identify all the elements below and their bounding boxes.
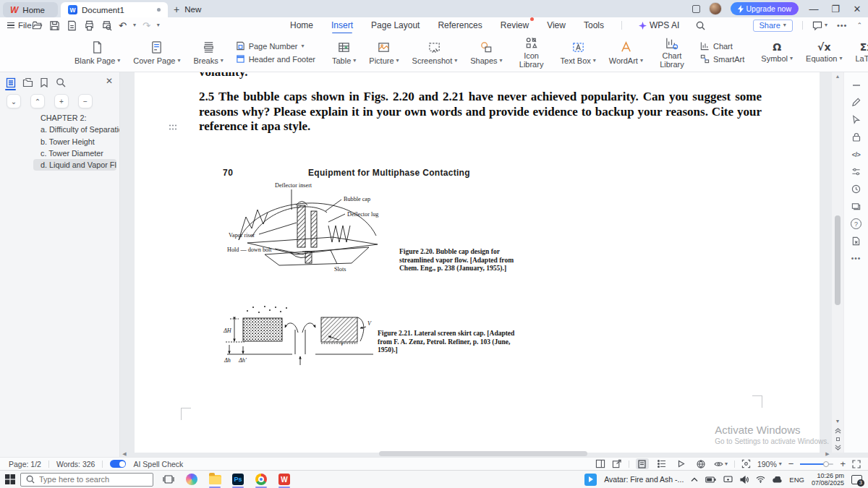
page-number-button[interactable]: Page Number▾ bbox=[236, 41, 315, 51]
select-cursor-icon[interactable] bbox=[851, 114, 861, 125]
search-pane-icon[interactable] bbox=[56, 77, 66, 87]
spell-check-toggle[interactable] bbox=[110, 460, 126, 468]
zoom-slider[interactable] bbox=[800, 463, 833, 465]
more-options-icon[interactable]: ••• bbox=[837, 21, 848, 30]
vscroll-thumb[interactable] bbox=[835, 215, 841, 305]
word-count[interactable]: Words: 326 bbox=[56, 460, 95, 468]
symbol-button[interactable]: Ω Symbol▾ bbox=[754, 35, 799, 70]
previous-page-icon[interactable] bbox=[835, 427, 841, 434]
settings-sliders-icon[interactable] bbox=[851, 166, 861, 177]
wifi-icon[interactable] bbox=[756, 476, 765, 483]
home-tab[interactable]: W Home bbox=[3, 2, 58, 17]
tab-home[interactable]: Home bbox=[289, 19, 314, 32]
history-clock-icon[interactable] bbox=[851, 184, 861, 194]
wordart-button[interactable]: WordArt▾ bbox=[603, 35, 650, 70]
wps-office-button[interactable]: W bbox=[278, 471, 291, 488]
open-app-title[interactable]: Avatar: Fire and Ash -... bbox=[604, 475, 684, 484]
task-pane-icon[interactable] bbox=[595, 459, 605, 468]
scroll-left-icon[interactable]: ◀ bbox=[120, 451, 129, 457]
select-browse-object-icon[interactable] bbox=[836, 437, 840, 441]
rail-more-icon[interactable]: ••• bbox=[851, 253, 861, 264]
document-page[interactable]: volatility. 2.5 The bubble caps shown in… bbox=[135, 72, 820, 453]
text-box-button[interactable]: Text Box▾ bbox=[554, 35, 603, 70]
zoom-level-button[interactable]: 190%▾ bbox=[757, 460, 782, 468]
redo-icon[interactable]: ↷ bbox=[142, 20, 150, 31]
photoshop-button[interactable]: Ps bbox=[231, 471, 244, 488]
print-layout-view-button[interactable] bbox=[636, 458, 649, 469]
outline-view-button[interactable] bbox=[655, 458, 668, 469]
window-mode-icon[interactable] bbox=[692, 5, 700, 13]
lock-icon[interactable] bbox=[851, 132, 861, 142]
search-icon[interactable] bbox=[696, 21, 705, 30]
table-button[interactable]: Table▾ bbox=[326, 35, 362, 70]
collapse-rail-icon[interactable] bbox=[851, 80, 861, 90]
export-view-icon[interactable] bbox=[612, 459, 622, 468]
page-indicator[interactable]: Page: 1/2 bbox=[9, 460, 41, 468]
collapse-ribbon-icon[interactable]: ⌃ bbox=[856, 22, 862, 29]
next-page-icon[interactable] bbox=[835, 445, 841, 451]
scroll-up-icon[interactable]: ▲ bbox=[832, 74, 843, 79]
copilot-button[interactable] bbox=[185, 471, 198, 488]
hidden-icons-button[interactable] bbox=[691, 477, 698, 482]
media-app-button[interactable] bbox=[584, 474, 597, 486]
zoom-slider-thumb[interactable] bbox=[823, 461, 829, 467]
collapse-up-button[interactable]: ⌃ bbox=[30, 94, 45, 108]
outline-item-c[interactable]: c. Tower Diameter bbox=[0, 147, 119, 159]
chapter-folder-icon[interactable] bbox=[22, 77, 33, 87]
print-preview-icon[interactable] bbox=[101, 20, 112, 31]
print-icon[interactable] bbox=[84, 20, 95, 31]
upgrade-button[interactable]: Upgrade now bbox=[731, 2, 799, 15]
code-view-icon[interactable]: </> bbox=[851, 149, 861, 160]
file-explorer-button[interactable] bbox=[208, 471, 221, 488]
chart-button[interactable]: Chart bbox=[700, 41, 744, 51]
outline-item-d-selected[interactable]: d. Liquid and Vapor Flow Ra... bbox=[33, 159, 116, 171]
bookmark-pane-icon[interactable] bbox=[40, 77, 48, 87]
chart-library-button[interactable]: Chart Library bbox=[650, 35, 694, 70]
open-folder-icon[interactable] bbox=[32, 20, 43, 31]
clear-format-doc-icon[interactable] bbox=[851, 236, 861, 247]
export-pdf-icon[interactable] bbox=[67, 20, 77, 31]
undo-icon[interactable]: ↶ bbox=[119, 20, 127, 31]
outline-item-b[interactable]: b. Tower Height bbox=[0, 136, 119, 147]
file-menu[interactable]: File bbox=[7, 21, 32, 30]
web-layout-button[interactable] bbox=[694, 458, 707, 469]
minimize-button[interactable]: — bbox=[807, 4, 820, 14]
outline-item-chapter[interactable]: CHAPTER 2: bbox=[0, 112, 119, 124]
help-icon[interactable]: ? bbox=[851, 218, 861, 229]
fullscreen-icon[interactable] bbox=[852, 460, 861, 468]
comment-mode-button[interactable]: ▾ bbox=[812, 21, 827, 30]
fit-page-icon[interactable] bbox=[741, 459, 751, 468]
picture-button[interactable]: Picture▾ bbox=[362, 35, 405, 70]
save-icon[interactable] bbox=[49, 20, 60, 31]
latex-button[interactable]: Σx LaTeX bbox=[849, 35, 868, 70]
wps-ai-button[interactable]: WPS AI bbox=[639, 20, 679, 30]
document-tab[interactable]: W Document1 bbox=[61, 2, 168, 17]
start-button[interactable] bbox=[0, 474, 20, 484]
smartart-button[interactable]: SmartArt bbox=[700, 54, 744, 64]
search-input[interactable] bbox=[39, 475, 140, 484]
notification-center-button[interactable]: 3 bbox=[851, 475, 862, 484]
close-button[interactable]: ✕ bbox=[851, 4, 864, 14]
tab-review[interactable]: Review bbox=[500, 19, 529, 32]
tab-view[interactable]: View bbox=[546, 19, 566, 32]
eye-protect-button[interactable]: ▾ bbox=[714, 461, 728, 468]
horizontal-scrollbar[interactable]: ◀ ▶ bbox=[120, 450, 832, 457]
tab-tools[interactable]: Tools bbox=[583, 19, 605, 32]
screenshot-button[interactable]: Screenshot▾ bbox=[406, 35, 464, 70]
vertical-scrollbar[interactable]: ▲ ▼ bbox=[832, 72, 843, 453]
undo-dropdown-icon[interactable]: ▾ bbox=[133, 22, 136, 28]
battery-icon[interactable] bbox=[705, 476, 716, 483]
chrome-button[interactable] bbox=[255, 471, 268, 488]
tab-page-layout[interactable]: Page Layout bbox=[370, 19, 420, 32]
zoom-out-outline-button[interactable]: − bbox=[78, 94, 93, 108]
read-mode-button[interactable] bbox=[675, 458, 688, 469]
expand-down-button[interactable]: ⌄ bbox=[7, 94, 21, 108]
scanned-figure-image[interactable]: 70 Equipment for Multiphase Contacting bbox=[214, 166, 554, 376]
document-canvas[interactable]: volatility. 2.5 The bubble caps shown in… bbox=[120, 72, 832, 457]
onedrive-sync-icon[interactable] bbox=[723, 476, 733, 484]
qat-more-icon[interactable]: ▾ bbox=[157, 22, 160, 28]
edit-pen-icon[interactable] bbox=[851, 97, 861, 108]
layout-frames-icon[interactable] bbox=[851, 201, 861, 212]
shapes-button[interactable]: Shapes▾ bbox=[464, 35, 509, 70]
scroll-down-icon[interactable]: ▼ bbox=[835, 419, 841, 424]
